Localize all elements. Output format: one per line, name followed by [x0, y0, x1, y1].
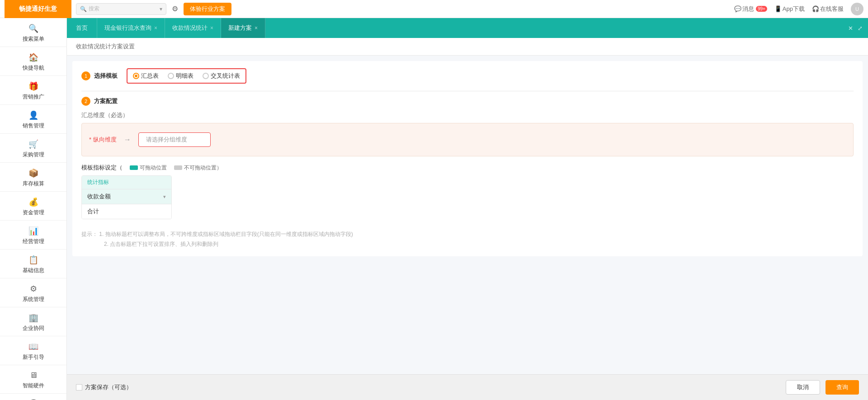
sidebar-label-finance: 资金管理 [23, 209, 44, 216]
tab-new-plan-close[interactable]: × [255, 25, 258, 31]
sidebar-label-search-menu: 搜索菜单 [23, 35, 44, 43]
header-search-bar[interactable]: 🔍 搜索 ▾ [76, 3, 166, 15]
indicator-settings: 模板指标设定（ 可拖动位置 不可拖动位置） 统计指标 [81, 164, 854, 221]
tab-home[interactable]: 首页 [67, 18, 97, 38]
sidebar-label-hardware: 智能硬件 [23, 382, 44, 390]
sidebar-item-guide[interactable]: 📖 新手引导 [0, 336, 66, 365]
sidebar-item-operations[interactable]: 📊 经营管理 [0, 221, 66, 249]
basic-info-icon: 📋 [28, 255, 38, 265]
sales-icon: 👤 [28, 110, 38, 120]
drag-icon [130, 165, 138, 170]
radio-summary[interactable]: 汇总表 [133, 72, 159, 80]
dimension-area: * 纵向维度 → 请选择分组维度 [81, 123, 854, 156]
indicator-cell-amount[interactable]: 收款金额 ▾ [82, 189, 171, 204]
dim-select-box[interactable]: 请选择分组维度 [138, 132, 211, 147]
search-placeholder: 搜索 [89, 5, 99, 13]
step2-badge: 2 [81, 97, 90, 106]
page-breadcrumb: 收款情况统计方案设置 [67, 38, 868, 56]
indicator-settings-label: 模板指标设定（ [81, 164, 123, 172]
content-area: 首页 现金银行流水查询 × 收款情况统计 × 新建方案 × ✕ ⤢ 收 [67, 18, 868, 400]
no-drag-icon [174, 165, 182, 170]
sidebar: 🔍 搜索菜单 🏠 快捷导航 🎁 营销推广 👤 销售管理 🛒 采购管理 📦 库存核… [0, 18, 67, 400]
tab-minimize-icon[interactable]: ✕ [848, 25, 853, 32]
enterprise-icon: 🏢 [28, 313, 38, 323]
dropdown-icon: ▾ [160, 6, 162, 12]
sidebar-item-enterprise[interactable]: 🏢 企业协同 [0, 307, 66, 336]
dimension-label-text: 汇总维度（必选） [81, 112, 128, 118]
tab-cashflow-close[interactable]: × [154, 25, 157, 31]
template-radio-group: 汇总表 明细表 交叉统计表 [127, 68, 246, 84]
radio-detail[interactable]: 明细表 [168, 72, 193, 80]
sidebar-label-quick-nav: 快捷导航 [23, 64, 44, 72]
sidebar-item-hardware[interactable]: 🖥 智能硬件 [0, 365, 66, 394]
vertical-dim-label: * 纵向维度 [89, 136, 117, 144]
tab-receipt-stats-close[interactable]: × [210, 25, 213, 31]
breadcrumb-text: 收款情况统计方案设置 [76, 43, 135, 50]
sidebar-item-basic-info[interactable]: 📋 基础信息 [0, 249, 66, 278]
sidebar-label-purchase: 采购管理 [23, 151, 44, 159]
step2-row: 2 方案配置 [81, 97, 854, 106]
save-checkbox-label: 方案保存（可选） [85, 383, 132, 391]
tab-cashflow[interactable]: 现金银行流水查询 × [97, 18, 165, 38]
finance-icon: 💰 [28, 197, 38, 207]
section-divider [81, 91, 854, 91]
industry-btn[interactable]: 体验行业方案 [184, 3, 231, 15]
sidebar-label-system: 系统管理 [23, 296, 44, 303]
indicator-header-row: 模板指标设定（ 可拖动位置 不可拖动位置） [81, 164, 854, 172]
radio-cross[interactable]: 交叉统计表 [203, 72, 240, 80]
support-area[interactable]: 🎧 在线客服 [812, 5, 844, 13]
operations-icon: 📊 [28, 226, 38, 236]
radio-cross-circle [203, 73, 209, 79]
sidebar-item-purchase[interactable]: 🛒 采购管理 [0, 134, 66, 163]
tab-receipt-stats[interactable]: 收款情况统计 × [165, 18, 221, 38]
sidebar-item-quick-nav[interactable]: 🏠 快捷导航 [0, 47, 66, 76]
radio-detail-circle [168, 73, 174, 79]
support-label: 在线客服 [820, 5, 844, 13]
tab-cashflow-label: 现金银行流水查询 [104, 24, 151, 32]
guide-icon: 📖 [28, 342, 38, 352]
gear-button[interactable]: ⚙ [172, 5, 178, 13]
radio-detail-label: 明细表 [176, 72, 193, 80]
sidebar-item-sales[interactable]: 👤 销售管理 [0, 105, 66, 134]
indicator-total-label: 合计 [87, 208, 99, 215]
cancel-button[interactable]: 取消 [786, 380, 820, 395]
page-content: 收款情况统计方案设置 1 选择模板 汇总表 [67, 38, 868, 374]
draggable-badge: 可拖动位置 [130, 164, 167, 172]
download-area[interactable]: 📱 App下载 [774, 5, 805, 13]
download-icon: 📱 [774, 5, 782, 12]
sidebar-item-search-menu[interactable]: 🔍 搜索菜单 [0, 18, 66, 47]
step1-row: 1 选择模板 汇总表 明细表 交 [81, 68, 854, 84]
inventory-icon: 📦 [28, 168, 38, 178]
indicator-group-label: 统计指标 [82, 176, 171, 189]
indicator-table: 统计指标 收款金额 ▾ 合计 [81, 175, 172, 219]
indicator-group-text: 统计指标 [87, 179, 109, 185]
tab-new-plan[interactable]: 新建方案 × [221, 18, 265, 38]
query-button[interactable]: 查询 [826, 380, 859, 395]
sidebar-item-system[interactable]: ⚙ 系统管理 [0, 278, 66, 307]
non-draggable-text: 不可拖动位置） [184, 164, 222, 172]
sidebar-item-marketing[interactable]: 🎁 营销推广 [0, 76, 66, 105]
notification-area[interactable]: 💬 消息 99+ [734, 5, 767, 13]
sidebar-item-finance[interactable]: 💰 资金管理 [0, 192, 66, 221]
sidebar-label-marketing: 营销推广 [23, 93, 44, 101]
save-checkbox[interactable] [76, 384, 82, 391]
notification-label: 消息 [742, 5, 754, 13]
notification-badge: 99+ [756, 6, 767, 12]
sidebar-item-inventory[interactable]: 📦 库存核算 [0, 163, 66, 192]
tab-new-plan-label: 新建方案 [228, 24, 252, 32]
indicator-total-row: 合计 [82, 204, 171, 219]
dimension-row: * 纵向维度 → 请选择分组维度 [89, 132, 846, 147]
sidebar-item-wechat[interactable]: 💬 企业微信 [0, 394, 66, 400]
tab-bar-right: ✕ ⤢ [843, 18, 868, 38]
marketing-icon: 🎁 [28, 81, 38, 91]
tab-receipt-stats-label: 收款情况统计 [172, 24, 208, 32]
logo: 畅捷通好生意 [5, 0, 71, 18]
tips-section: 提示： 1. 拖动标题栏可以调整布局，不可跨维度或指标区域拖动栏目字段(只能在同… [81, 230, 854, 249]
search-menu-icon: 🔍 [28, 24, 38, 33]
tip-line-1: 提示： 1. 拖动标题栏可以调整布局，不可跨维度或指标区域拖动栏目字段(只能在同… [81, 230, 854, 240]
tab-maximize-icon[interactable]: ⤢ [858, 25, 863, 32]
radio-summary-label: 汇总表 [141, 72, 159, 80]
tip-line-2: 2. 点击标题栏下拉可设置排序、插入列和删除列 [81, 240, 854, 249]
user-avatar[interactable]: U [851, 3, 863, 15]
save-option[interactable]: 方案保存（可选） [76, 383, 132, 391]
